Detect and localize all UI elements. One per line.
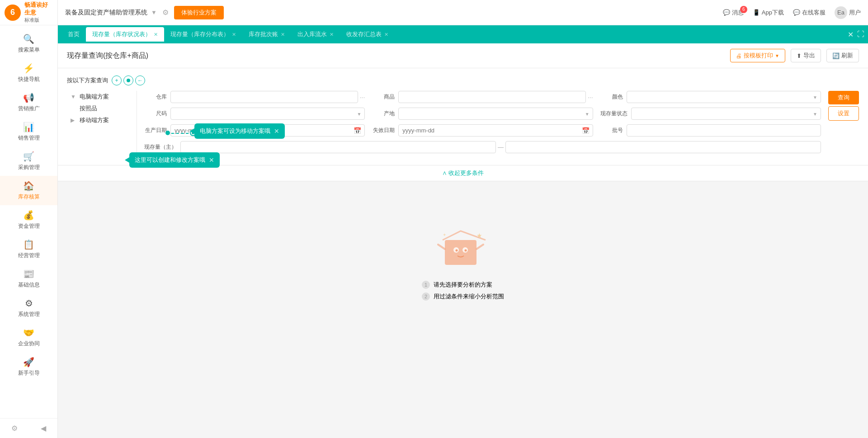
stock-status-select[interactable] [631, 108, 821, 120]
sidebar-item-basic-label: 基础信息 [18, 281, 40, 289]
export-btn[interactable]: ⬆ 导出 [791, 49, 821, 62]
filter-edit-btn[interactable] [123, 75, 133, 85]
filter-warehouse-row: 仓库 ··· [144, 91, 365, 103]
stock-main-from-input[interactable] [180, 141, 496, 153]
tab-collect-close[interactable]: ✕ [384, 32, 388, 38]
color-label: 颜色 [600, 93, 623, 101]
sidebar-item-inventory[interactable]: 🏠 库存核算 [0, 176, 57, 205]
settings-icon[interactable]: ⚙ [11, 424, 18, 433]
sidebar-item-purchase[interactable]: 🛒 采购管理 [0, 146, 57, 176]
filter-label: 按以下方案查询 [67, 76, 108, 85]
batch-input[interactable] [627, 124, 821, 137]
nav-menu: 🔍 搜索菜单 ⚡ 快捷导航 📢 营销推广 📊 销售管理 🛒 采购管理 🏠 库存核… [0, 25, 57, 418]
export-label: 导出 [803, 52, 815, 60]
stock-status-label: 现存量状态 [600, 110, 627, 118]
search-btn[interactable]: 查询 [828, 91, 859, 104]
filter-batch-row: 批号 [600, 124, 821, 137]
svg-line-5 [438, 245, 445, 249]
tab-batch[interactable]: 库存批次账 ✕ [242, 27, 291, 42]
filter-add-btn[interactable]: + [112, 75, 122, 85]
goods-input[interactable] [398, 91, 586, 103]
scheme-desktop[interactable]: ▼ 电脑端方案 [67, 91, 137, 103]
sidebar: 6 畅通诶好生意 标准版 🔍 搜索菜单 ⚡ 快捷导航 📢 营销推广 📊 销售管理… [0, 0, 58, 438]
sidebar-item-system[interactable]: ⚙ 系统管理 [0, 293, 57, 323]
message-badge: 6 [740, 6, 747, 13]
tab-close-all-icon[interactable]: ✕ [848, 30, 854, 39]
sidebar-item-operation-label: 经营管理 [18, 252, 40, 259]
tab-stock-status[interactable]: 现存量（库存状况表） ✕ [86, 27, 164, 42]
color-select[interactable] [627, 91, 821, 103]
tab-stock-status-close[interactable]: ✕ [154, 32, 158, 38]
empty-tip-1: 1 请先选择要分析的方案 [422, 281, 504, 289]
sidebar-item-guide[interactable]: 🚀 新手引导 [0, 352, 57, 381]
filter-back-btn[interactable]: ← [135, 75, 145, 85]
goods-dots-icon[interactable]: ··· [588, 94, 593, 101]
tab-fullscreen-icon[interactable]: ⛶ [857, 30, 864, 38]
user-label: 用户 [849, 9, 861, 17]
produce-date-calendar-icon[interactable]: 📅 [354, 127, 361, 134]
sidebar-item-enterprise[interactable]: 🤝 企业协同 [0, 323, 57, 352]
create-tooltip-close[interactable]: ✕ [209, 156, 214, 164]
scheme-mobile[interactable]: ▶ 移动端方案 [67, 114, 137, 126]
sidebar-item-search[interactable]: 🔍 搜索菜单 [0, 29, 57, 58]
tab-home[interactable]: 首页 [61, 27, 86, 42]
warehouse-input[interactable] [170, 91, 358, 103]
tab-bar-actions: ✕ ⛶ [848, 30, 864, 39]
stock-main-label: 现存量（主） [144, 143, 177, 151]
tab-inout-close[interactable]: ✕ [330, 32, 334, 38]
tab-inout-label: 出入库流水 [297, 30, 327, 38]
logo-area: 6 畅通诶好生意 标准版 [0, 0, 57, 25]
produce-date-label: 生产日期 [144, 127, 167, 134]
header-left: 装备及固定资产辅助管理系统 ▼ ⚙ 体验行业方案 [65, 6, 224, 19]
sidebar-item-finance[interactable]: 💰 资金管理 [0, 205, 57, 235]
collapse-bar[interactable]: ∧ 收起更多条件 [58, 165, 868, 181]
service-icon: 💬 [793, 9, 800, 16]
tab-stock-dist-close[interactable]: ✕ [232, 32, 236, 38]
sidebar-item-marketing[interactable]: 📢 营销推广 [0, 88, 57, 117]
filter-color-row: 颜色 [600, 91, 821, 103]
stock-main-to-input[interactable] [505, 141, 821, 153]
tab-inout[interactable]: 出入库流水 ✕ [291, 27, 340, 42]
sidebar-item-guide-label: 新手引导 [18, 369, 40, 377]
scheme-desktop-child-1[interactable]: 按照品 [67, 103, 137, 114]
app-download-item[interactable]: 📱 App下载 [753, 9, 784, 17]
sidebar-item-basic[interactable]: 📰 基础信息 [0, 264, 57, 293]
origin-select[interactable] [398, 108, 593, 120]
sidebar-item-quicknav-label: 快捷导航 [18, 75, 40, 83]
service-item[interactable]: 💬 在线客服 [793, 9, 826, 17]
template-print-btn[interactable]: 🖨 按模板打印 ▼ [730, 49, 785, 62]
tab-collect[interactable]: 收发存汇总表 ✕ [340, 27, 395, 42]
scheme-tooltip-popover: 电脑方案可设为移动方案哦 ✕ [194, 123, 285, 139]
system-dropdown-icon[interactable]: ▼ [151, 9, 157, 16]
sidebar-item-sales[interactable]: 📊 销售管理 [0, 117, 57, 146]
dot-1 [165, 131, 170, 135]
tab-stock-dist[interactable]: 现存量（库存分布表） ✕ [164, 27, 242, 42]
sidebar-item-operation[interactable]: 📋 经营管理 [0, 235, 57, 264]
industry-btn[interactable]: 体验行业方案 [174, 6, 224, 19]
expire-date-calendar-icon[interactable]: 📅 [582, 127, 590, 134]
filter-left-tree: ▼ 电脑端方案 按照品 ▶ 移动端方案 [67, 91, 137, 158]
message-item[interactable]: 💬 消息 6 [723, 9, 744, 17]
expire-date-input[interactable] [398, 124, 593, 137]
filter-goods-row: 商品 ··· [372, 91, 593, 103]
filter-origin-row: 产地 [372, 108, 593, 120]
filter-expire-date-row: 失效日期 📅 [372, 124, 593, 137]
filter-actions: + ← [112, 75, 145, 85]
collapse-sidebar-icon[interactable]: ◀ [41, 424, 46, 433]
scheme-tooltip-close[interactable]: ✕ [274, 127, 279, 135]
empty-tips: 1 请先选择要分析的方案 2 用过滤条件来缩小分析范围 [422, 281, 504, 304]
tab-batch-close[interactable]: ✕ [281, 32, 285, 38]
filter-edit-dot [127, 79, 130, 82]
reset-btn[interactable]: 设置 [828, 106, 859, 121]
system-name: 装备及固定资产辅助管理系统 [65, 9, 147, 17]
create-tooltip-text: 这里可以创建和修改方案哦 [135, 156, 205, 164]
sidebar-item-enterprise-label: 企业协同 [18, 340, 40, 348]
size-select[interactable] [170, 108, 365, 120]
user-item[interactable]: Ea 用户 [835, 6, 861, 19]
settings-btn[interactable]: ⚙ [162, 8, 169, 17]
enterprise-icon: 🤝 [23, 327, 34, 338]
warehouse-dots-icon[interactable]: ··· [360, 94, 365, 101]
refresh-icon: 🔄 [832, 52, 840, 59]
sidebar-item-quicknav[interactable]: ⚡ 快捷导航 [0, 58, 57, 88]
refresh-btn[interactable]: 🔄 刷新 [826, 49, 859, 62]
